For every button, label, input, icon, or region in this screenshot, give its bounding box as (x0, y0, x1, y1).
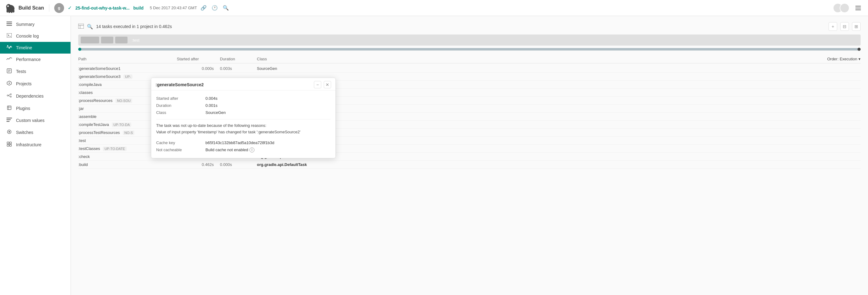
elephant-logo (5, 2, 16, 13)
sidebar-item-console-log[interactable]: Console log (0, 30, 70, 42)
sidebar-item-custom-values[interactable]: Custom values (0, 114, 70, 126)
sidebar-item-plugins[interactable]: Plugins (0, 102, 70, 114)
progress-track (78, 48, 861, 51)
svg-point-1 (6, 4, 11, 9)
task-badge: NO-SOU (116, 99, 132, 103)
sidebar-label-projects: Projects (16, 81, 32, 86)
hamburger-button[interactable] (853, 3, 863, 13)
svg-point-4 (8, 10, 10, 13)
popup-reason-text: The task was not up-to-date because of t… (156, 123, 331, 135)
content-area: 🔍 14 tasks executed in 1 project in 0.46… (71, 16, 868, 295)
sidebar-item-projects[interactable]: Projects (0, 77, 70, 90)
top-bar: Build Scan g ✓ 25-find-out-why-a-task-w.… (0, 0, 868, 16)
popup-minimize-button[interactable]: − (314, 81, 321, 88)
sidebar-item-dependencies[interactable]: Dependencies (0, 90, 70, 102)
sidebar-label-performance: Performance (16, 57, 41, 62)
zoom-fit-button[interactable]: ⊟ (840, 22, 849, 31)
popup-duration-label: Duration (156, 103, 206, 108)
link-icon[interactable]: 🔗 (200, 5, 207, 11)
sidebar-item-infrastructure[interactable]: Infrastructure (0, 138, 70, 151)
table-icon (78, 24, 84, 30)
avatar-circle-2 (840, 3, 849, 13)
table-row[interactable]: :build 0.462s 0.000s org.gradle.api.Defa… (78, 161, 861, 169)
sidebar-label-console-log: Console log (16, 34, 39, 38)
svg-rect-36 (6, 121, 9, 122)
popup-started-after-row: Started after 0.004s (156, 95, 331, 102)
timeline-seg-1 (81, 37, 99, 43)
infrastructure-icon (6, 142, 12, 148)
build-link[interactable]: 25-find-out-why-a-task-w... (75, 5, 130, 10)
sidebar-label-timeline: Timeline (16, 45, 32, 50)
table-row[interactable]: :generateSomeSource1 0.000s 0.003s Sourc… (78, 65, 861, 73)
svg-point-28 (10, 96, 11, 97)
main-area: Summary Console log Timeline Performance (0, 16, 868, 295)
info-icon[interactable]: i (249, 148, 254, 153)
sidebar-label-summary: Summary (16, 22, 34, 27)
content-header: 🔍 14 tasks executed in 1 project in 0.46… (78, 22, 861, 31)
task-badge: UP-TO-DA (112, 123, 131, 127)
sidebar: Summary Console log Timeline Performance (0, 16, 71, 295)
sidebar-item-performance[interactable]: Performance (0, 54, 70, 65)
task-badge: UP- (124, 74, 132, 79)
timeline-seg-2 (101, 37, 113, 43)
sidebar-item-switches[interactable]: Switches (0, 126, 70, 138)
task-path: :generateSomeSource1 (78, 66, 177, 71)
history-icon[interactable]: 🕐 (212, 5, 218, 11)
console-icon (6, 33, 12, 39)
tests-icon (6, 68, 12, 74)
svg-point-27 (10, 94, 11, 95)
svg-rect-42 (9, 144, 11, 146)
task-class: ces (257, 98, 861, 103)
svg-rect-39 (7, 142, 9, 144)
svg-point-5 (11, 10, 12, 13)
dependencies-icon (6, 93, 12, 99)
col-duration: Duration (220, 57, 257, 61)
popup-class-label: Class (156, 110, 206, 115)
svg-point-38 (9, 131, 10, 133)
custom-values-icon (6, 118, 12, 123)
task-class: org.gradle.api.DefaultTask (257, 162, 861, 167)
avatar-duo (833, 3, 849, 13)
popup-not-cacheable-value: Build cache not enabled i (206, 148, 331, 153)
sidebar-item-summary[interactable]: Summary (0, 19, 70, 30)
svg-rect-41 (7, 144, 9, 146)
svg-rect-9 (856, 8, 861, 8)
task-summary: 14 tasks executed in 1 project in 0.462s (96, 24, 172, 29)
sidebar-item-tests[interactable]: Tests (0, 65, 70, 77)
sidebar-label-tests: Tests (16, 69, 26, 74)
svg-rect-34 (6, 118, 12, 119)
popup-class-row: Class SourceGen (156, 109, 331, 116)
zoom-out-button[interactable]: ⊞ (852, 22, 861, 31)
popup-reason-detail: Value of input property 'timestamp' has … (156, 130, 301, 134)
popup-not-cacheable-row: Not cacheable Build cache not enabled i (156, 146, 331, 154)
user-avatar: g (54, 3, 64, 13)
search-icon-header[interactable]: 🔍 (87, 24, 93, 30)
svg-point-6 (12, 9, 14, 12)
popup-duration-value: 0.001s (206, 103, 331, 108)
svg-rect-13 (6, 25, 12, 26)
order-select[interactable]: Order: Execution ▾ (827, 57, 861, 61)
build-date: 5 Dec 2017 20:43:47 GMT (150, 5, 197, 10)
sidebar-item-timeline[interactable]: Timeline (0, 42, 70, 54)
popup-title-actions: − ✕ (314, 81, 331, 88)
zoom-in-button[interactable]: + (829, 22, 837, 31)
popup-cache-section: Cache key b65f143c132bb87ad5a10dea728f1b… (156, 139, 331, 154)
summary-icon (6, 22, 12, 27)
task-started: 0.462s (177, 162, 220, 167)
top-bar-icons: 🔗 🕐 🔍 (200, 5, 229, 11)
search-icon[interactable]: 🔍 (223, 5, 229, 11)
task-started: 0.000s (177, 66, 220, 71)
timeline-label: :test (132, 38, 140, 42)
timeline-seg-3 (115, 37, 127, 43)
task-class: org.gradle.api.DefaultTask (257, 154, 861, 159)
projects-icon (6, 81, 12, 87)
popup-close-button[interactable]: ✕ (324, 81, 331, 88)
task-badge: UP-TO-DATE (103, 146, 126, 151)
svg-point-25 (9, 83, 10, 84)
timeline-bar: :test (78, 34, 861, 45)
table-header: Path Started after Duration Class Order:… (78, 56, 861, 63)
task-class: SourceGen (257, 66, 861, 71)
build-tag: build (133, 5, 144, 10)
svg-point-2 (7, 5, 9, 7)
task-duration: 0.000s (220, 162, 257, 167)
